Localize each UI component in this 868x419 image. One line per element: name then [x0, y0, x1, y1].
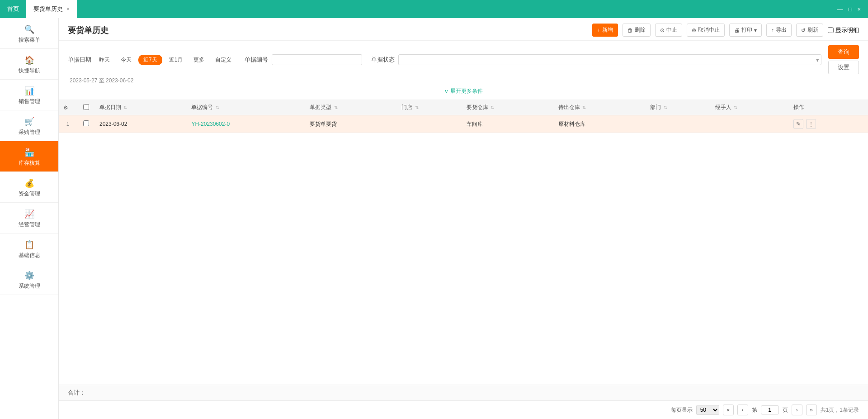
- window-close[interactable]: ×: [857, 6, 861, 13]
- finance-icon: 💰: [24, 178, 34, 188]
- table-select-all-header[interactable]: [77, 100, 95, 115]
- row-bill-no[interactable]: YH-20230602-0: [187, 115, 305, 133]
- sidebar-item-system[interactable]: ⚙️ 系统管理: [0, 264, 58, 295]
- tab-home[interactable]: 首页: [0, 0, 26, 18]
- bill-no-input[interactable]: [272, 54, 362, 65]
- sidebar-item-finance[interactable]: 💰 资金管理: [0, 172, 58, 203]
- delete-button[interactable]: 🗑 删除: [623, 24, 651, 37]
- action-buttons: ✎ ⋮: [793, 119, 863, 129]
- prev-page-button[interactable]: ‹: [737, 405, 748, 415]
- export-button[interactable]: ↑ 导出: [766, 24, 792, 37]
- operations-icon: 📈: [24, 209, 34, 219]
- date-btn-more[interactable]: 更多: [189, 55, 208, 65]
- date-btn-today[interactable]: 今天: [117, 55, 136, 65]
- purchase-icon: 🛒: [24, 117, 34, 127]
- table-container: ⚙ 单据日期 ⇅ 单据编号 ⇅ 单据类型 ⇅: [59, 100, 868, 385]
- refresh-button[interactable]: ↺ 刷新: [796, 24, 823, 37]
- print-icon: 🖨: [734, 27, 740, 33]
- sidebar-item-operations[interactable]: 📈 经营管理: [0, 203, 58, 233]
- page-input[interactable]: [761, 405, 779, 414]
- stop-button[interactable]: ⊘ 中止: [655, 24, 682, 37]
- first-page-button[interactable]: «: [723, 405, 734, 415]
- page-header: 要货单历史 + 新增 🗑 删除 ⊘ 中止 ⊗ 取消中止: [59, 18, 868, 41]
- sidebar-item-purchase[interactable]: 🛒 采购管理: [0, 110, 58, 141]
- sort-icon-bill-no: ⇅: [216, 105, 219, 110]
- filter-row-1: 单据日期 昨天 今天 近7天 近1月 更多 自定义 单据编号 单据状态: [68, 45, 859, 74]
- refresh-icon: ↺: [801, 27, 806, 33]
- col-handler[interactable]: 经手人 ⇅: [711, 100, 789, 115]
- pagination: 每页显示 50 100 200 « ‹ 第 页 › » 共1页，1条记录: [59, 400, 868, 419]
- date-btn-yesterday[interactable]: 昨天: [95, 55, 114, 65]
- row-checkbox[interactable]: [83, 120, 89, 126]
- table-settings-icon[interactable]: ⚙: [59, 100, 77, 115]
- search-icon: 🔍: [24, 24, 34, 34]
- sort-icon-dept: ⇅: [664, 105, 667, 110]
- stop-icon: ⊘: [660, 27, 665, 33]
- filter-row-date-range: 2023-05-27 至 2023-06-02: [68, 77, 859, 85]
- row-date: 2023-06-02: [95, 115, 187, 133]
- date-btn-1month[interactable]: 近1月: [165, 55, 187, 65]
- next-page-button[interactable]: ›: [792, 405, 802, 415]
- cancel-stop-button[interactable]: ⊗ 取消中止: [687, 24, 725, 37]
- sidebar-item-basic-info[interactable]: 📋 基础信息: [0, 233, 58, 264]
- sidebar-item-inventory[interactable]: 🏪 库存核算: [0, 141, 58, 172]
- select-all-checkbox[interactable]: [83, 104, 89, 110]
- tab-close-icon[interactable]: ×: [66, 6, 70, 12]
- sidebar-item-search[interactable]: 🔍 搜索菜单: [0, 18, 58, 49]
- bill-status-input[interactable]: [398, 54, 821, 65]
- add-icon: +: [597, 27, 600, 33]
- sort-icon-bill-type: ⇅: [334, 105, 338, 110]
- last-page-button[interactable]: »: [806, 405, 817, 415]
- page-label-pre: 第: [752, 406, 757, 414]
- sidebar-item-nav[interactable]: 🏠 快捷导航: [0, 49, 58, 80]
- more-icon[interactable]: ⋮: [806, 119, 816, 129]
- per-page-select[interactable]: 50 100 200: [696, 405, 719, 415]
- col-warehouse[interactable]: 要货仓库 ⇅: [462, 100, 554, 115]
- date-btn-custom[interactable]: 自定义: [211, 55, 236, 65]
- expand-more-button[interactable]: ∨ 展开更多条件: [68, 87, 859, 95]
- content-area: 要货单历史 + 新增 🗑 删除 ⊘ 中止 ⊗ 取消中止: [59, 18, 868, 419]
- row-warehouse: 车间库: [462, 115, 554, 133]
- delete-icon: 🗑: [627, 27, 633, 33]
- row-pending-warehouse: 原材料仓库: [554, 115, 646, 133]
- col-bill-no[interactable]: 单据编号 ⇅: [187, 100, 305, 115]
- table-header-row: ⚙ 单据日期 ⇅ 单据编号 ⇅ 单据类型 ⇅: [59, 100, 868, 115]
- top-bar: 首页 要货单历史 × — □ ×: [0, 0, 868, 18]
- date-btn-7days[interactable]: 近7天: [138, 55, 162, 65]
- bill-status-filter: 单据状态 ▾: [371, 54, 819, 65]
- add-button[interactable]: + 新增: [592, 24, 618, 37]
- col-dept[interactable]: 部门 ⇅: [646, 100, 710, 115]
- top-bar-right: — □ ×: [837, 6, 868, 13]
- row-dept: [646, 115, 710, 133]
- window-minimize[interactable]: —: [837, 6, 843, 13]
- window-maximize[interactable]: □: [849, 6, 852, 13]
- sort-icon-pending: ⇅: [582, 105, 586, 110]
- main-layout: 🔍 搜索菜单 🏠 快捷导航 📊 销售管理 🛒 采购管理 🏪 库存核算 💰 资金管…: [0, 18, 868, 419]
- col-date[interactable]: 单据日期 ⇅: [95, 100, 187, 115]
- settings-button[interactable]: 设置: [828, 61, 859, 74]
- date-filter-item: 单据日期 昨天 今天 近7天 近1月 更多 自定义: [68, 55, 236, 65]
- home-icon: 🏠: [24, 55, 34, 65]
- sidebar: 🔍 搜索菜单 🏠 快捷导航 📊 销售管理 🛒 采购管理 🏪 库存核算 💰 资金管…: [0, 18, 59, 419]
- show-detail-checkbox[interactable]: [828, 27, 834, 33]
- col-store[interactable]: 门店 ⇅: [397, 100, 462, 115]
- sort-icon-warehouse: ⇅: [491, 105, 494, 110]
- row-bill-type: 要货单要货: [305, 115, 397, 133]
- edit-icon[interactable]: ✎: [793, 119, 803, 129]
- print-button[interactable]: 🖨 打印 ▾: [729, 24, 762, 37]
- basic-info-icon: 📋: [24, 240, 34, 250]
- bill-status-dropdown-icon[interactable]: ▾: [816, 57, 819, 63]
- row-checkbox-cell[interactable]: [77, 115, 95, 133]
- sidebar-item-sales[interactable]: 📊 销售管理: [0, 80, 58, 110]
- query-button[interactable]: 查询: [828, 45, 859, 59]
- col-pending-warehouse[interactable]: 待出仓库 ⇅: [554, 100, 646, 115]
- col-bill-type[interactable]: 单据类型 ⇅: [305, 100, 397, 115]
- bill-no-label: 单据编号: [245, 56, 268, 64]
- tab-purchase-history[interactable]: 要货单历史 ×: [26, 0, 77, 18]
- data-table: ⚙ 单据日期 ⇅ 单据编号 ⇅ 单据类型 ⇅: [59, 100, 868, 133]
- pagination-info: 共1页，1条记录: [821, 406, 859, 414]
- table-footer: 合计：: [59, 385, 868, 400]
- bill-status-label: 单据状态: [371, 56, 395, 64]
- show-detail-toggle[interactable]: 显示明细: [828, 26, 859, 34]
- bill-no-link[interactable]: YH-20230602-0: [191, 121, 230, 127]
